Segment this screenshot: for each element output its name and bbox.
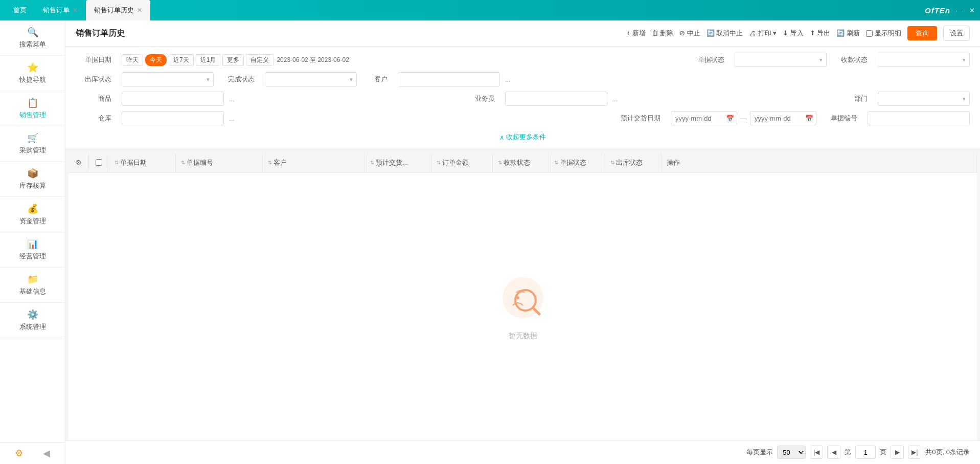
sort-icon-num[interactable]: ⇅ bbox=[181, 160, 185, 165]
sidebar-item-basic-info[interactable]: 📁 基础信息 bbox=[0, 268, 65, 303]
customer-label: 客户 bbox=[367, 75, 388, 84]
delivery-date-range: 📅 — 📅 bbox=[671, 111, 816, 125]
goods-input[interactable] bbox=[122, 92, 224, 106]
tab-sales-order[interactable]: 销售订单 ✕ bbox=[35, 0, 86, 20]
sidebar: 🔍 搜索菜单 ⭐ 快捷导航 📋 销售管理 🛒 采购管理 📦 库存核算 💰 资金管… bbox=[0, 20, 65, 464]
sidebar-settings-icon[interactable]: ⚙ bbox=[15, 448, 23, 459]
date-quick-btns: 昨天 今天 近7天 近1月 更多 自定义 bbox=[122, 54, 274, 66]
sidebar-item-sys-mgmt[interactable]: ⚙️ 系统管理 bbox=[0, 303, 65, 338]
page-num-input[interactable] bbox=[855, 446, 876, 459]
delivery-end-input[interactable] bbox=[750, 111, 816, 125]
basic-info-icon: 📁 bbox=[27, 274, 38, 285]
tab-home[interactable]: 首页 bbox=[5, 0, 35, 20]
date-more-btn[interactable]: 更多 bbox=[222, 54, 244, 66]
cancel-stop-button[interactable]: 🔄 取消中止 bbox=[706, 29, 743, 38]
sidebar-collapse-icon[interactable]: ◀ bbox=[43, 448, 50, 459]
page-prev-btn[interactable]: ◀ bbox=[827, 446, 840, 459]
sidebar-item-sales-mgmt[interactable]: 📋 销售管理 bbox=[0, 91, 65, 126]
collapse-btn[interactable]: ∧ 收起更多条件 bbox=[499, 132, 546, 142]
table-header: ⚙ ⇅ 单据日期 ⇅ 单据编号 ⇅ 客户 ⇅ bbox=[69, 152, 977, 173]
date-separator: — bbox=[740, 115, 747, 122]
tab-sales-order-close[interactable]: ✕ bbox=[73, 7, 78, 14]
page-next-btn[interactable]: ▶ bbox=[891, 446, 904, 459]
sort-icon-outstatus[interactable]: ⇅ bbox=[610, 160, 614, 165]
svg-point-3 bbox=[516, 296, 519, 299]
date-last7-btn[interactable]: 近7天 bbox=[169, 54, 194, 66]
check-all-input[interactable] bbox=[96, 159, 102, 166]
sort-icon-date[interactable]: ⇅ bbox=[115, 160, 119, 165]
page-header: 销售订单历史 + 新增 🗑 删除 ⊘ 中止 🔄 取消中止 🖨 🖨 打印 打印 ▾… bbox=[65, 20, 980, 47]
sort-icon-amount[interactable]: ⇅ bbox=[437, 160, 441, 165]
stop-button[interactable]: ⊘ 中止 bbox=[679, 29, 700, 38]
page-size-select[interactable]: 10 20 50 100 bbox=[777, 446, 806, 459]
toolbar: + 新增 🗑 删除 ⊘ 中止 🔄 取消中止 🖨 🖨 打印 打印 ▾ ⬇ 导入 ⬆… bbox=[626, 26, 970, 41]
date-last1m-btn[interactable]: 近1月 bbox=[196, 54, 221, 66]
refresh-button[interactable]: 🔄 刷新 bbox=[836, 29, 860, 38]
dept-select[interactable] bbox=[878, 92, 970, 106]
th-gear[interactable]: ⚙ bbox=[69, 154, 89, 170]
delivery-start-wrap: 📅 bbox=[671, 111, 737, 125]
collapse-up-icon: ∧ bbox=[499, 134, 505, 141]
tab-sales-history-close[interactable]: ✕ bbox=[137, 7, 142, 14]
page-size-label: 每页显示 bbox=[746, 448, 773, 457]
sort-icon-payment[interactable]: ⇅ bbox=[498, 160, 502, 165]
tab-sales-history[interactable]: 销售订单历史 ✕ bbox=[86, 0, 150, 20]
collapse-row: ∧ 收起更多条件 bbox=[76, 130, 970, 143]
delete-button[interactable]: 🗑 删除 bbox=[652, 29, 674, 38]
customer-more-btn[interactable]: ... bbox=[503, 76, 513, 83]
order-num-input[interactable] bbox=[868, 111, 970, 125]
th-check[interactable] bbox=[89, 155, 109, 170]
new-button[interactable]: + 新增 bbox=[626, 29, 645, 38]
out-status-select[interactable] bbox=[122, 72, 214, 86]
page-unit: 页 bbox=[880, 448, 886, 457]
show-detail-input[interactable] bbox=[866, 30, 873, 37]
print-button[interactable]: 🖨 🖨 打印 打印 ▾ bbox=[749, 29, 777, 38]
window-minimize[interactable]: — bbox=[956, 7, 963, 14]
date-custom-btn[interactable]: 自定义 bbox=[246, 54, 274, 66]
customer-control: ... bbox=[398, 72, 970, 86]
sidebar-item-ops-mgmt[interactable]: 📊 经营管理 bbox=[0, 232, 65, 268]
th-amount: ⇅ 订单金额 bbox=[431, 154, 493, 171]
salesperson-more-btn[interactable]: ... bbox=[610, 95, 620, 103]
th-payment: ⇅ 收款状态 bbox=[493, 154, 549, 171]
delivery-start-input[interactable] bbox=[671, 111, 737, 125]
inventory-calc-icon: 📦 bbox=[27, 168, 38, 179]
query-button[interactable]: 查询 bbox=[907, 26, 937, 40]
warehouse-input[interactable] bbox=[122, 111, 224, 125]
sidebar-item-purchase-mgmt[interactable]: 🛒 采购管理 bbox=[0, 126, 65, 162]
sort-icon-customer[interactable]: ⇅ bbox=[268, 160, 272, 165]
collapse-label: 收起更多条件 bbox=[506, 132, 546, 142]
order-status-select[interactable] bbox=[735, 53, 827, 67]
ops-mgmt-icon: 📊 bbox=[27, 238, 38, 250]
top-bar: 首页 销售订单 ✕ 销售订单历史 ✕ OfTEn — ✕ bbox=[0, 0, 980, 20]
warehouse-more-btn[interactable]: ... bbox=[227, 115, 237, 122]
page-last-btn[interactable]: ▶| bbox=[908, 446, 921, 459]
sidebar-item-inventory-calc[interactable]: 📦 库存核算 bbox=[0, 162, 65, 197]
date-today-btn[interactable]: 今天 bbox=[145, 54, 167, 66]
date-yesterday-btn[interactable]: 昨天 bbox=[122, 54, 143, 66]
goods-label: 商品 bbox=[76, 94, 111, 103]
th-status-label: 单据状态 bbox=[560, 158, 586, 167]
customer-input[interactable] bbox=[398, 72, 500, 86]
window-close[interactable]: ✕ bbox=[969, 7, 975, 14]
payment-status-select[interactable] bbox=[878, 53, 970, 67]
salesperson-input[interactable] bbox=[505, 92, 607, 106]
sidebar-item-finance-mgmt[interactable]: 💰 资金管理 bbox=[0, 197, 65, 232]
th-date-label: 单据日期 bbox=[120, 158, 147, 167]
sort-icon-delivery[interactable]: ⇅ bbox=[370, 160, 374, 165]
page-first-btn[interactable]: |◀ bbox=[810, 446, 823, 459]
import-button[interactable]: ⬇ 导入 bbox=[783, 29, 804, 38]
complete-status-select[interactable] bbox=[265, 72, 357, 86]
finance-mgmt-icon: 💰 bbox=[27, 203, 38, 214]
tab-home-label: 首页 bbox=[13, 6, 27, 15]
settings-button[interactable]: 设置 bbox=[943, 26, 970, 41]
export-button[interactable]: ⬆ 导出 bbox=[810, 29, 831, 38]
tab-sales-order-label: 销售订单 bbox=[43, 6, 70, 15]
sidebar-item-quick-nav[interactable]: ⭐ 快捷导航 bbox=[0, 56, 65, 91]
sort-icon-status[interactable]: ⇅ bbox=[554, 160, 558, 165]
sidebar-item-search-menu[interactable]: 🔍 搜索菜单 bbox=[0, 20, 65, 56]
show-detail-checkbox[interactable]: 显示明细 bbox=[866, 29, 901, 38]
th-customer-label: 客户 bbox=[274, 158, 287, 167]
goods-more-btn[interactable]: ... bbox=[227, 95, 237, 103]
th-payment-label: 收款状态 bbox=[504, 158, 530, 167]
